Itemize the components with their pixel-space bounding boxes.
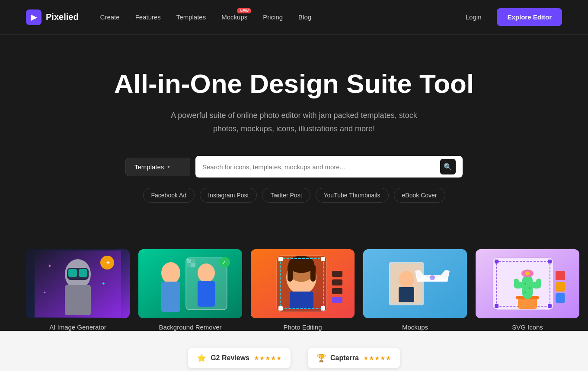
svg-rect-30 <box>290 292 313 309</box>
tag-ebook-cover[interactable]: eBook Cover <box>394 188 445 203</box>
card-svg-icons[interactable]: SVG Icons <box>476 249 579 331</box>
svg-rect-36 <box>332 271 342 277</box>
svg-rect-49 <box>495 260 499 263</box>
svg-rect-51 <box>495 304 499 308</box>
svg-rect-5 <box>79 269 87 277</box>
svg-text:✦: ✦ <box>43 291 46 295</box>
svg-rect-4 <box>68 269 77 277</box>
svg-text:✦: ✦ <box>102 281 105 286</box>
nav-item-templates[interactable]: Templates <box>176 13 206 21</box>
card-ai-image-generator[interactable]: ✦ ✦ ✦ ✦ AI Image Generator <box>26 249 130 331</box>
nav-links: Create Features Templates Mockups NEW Pr… <box>100 13 459 21</box>
svg-rect-65 <box>556 271 565 280</box>
svg-rect-59 <box>536 279 541 284</box>
card-svg-label: SVG Icons <box>476 323 579 331</box>
tag-youtube-thumbnails[interactable]: YouTube Thumbnails <box>316 188 389 203</box>
brand-logo[interactable]: ▶ Pixelied <box>26 10 79 25</box>
nav-item-mockups[interactable]: Mockups NEW <box>221 13 247 21</box>
hero-section: All-in-One Design Suite Tool A powerful … <box>0 35 588 249</box>
svg-rect-39 <box>332 297 342 303</box>
brand-icon: ▶ <box>26 10 42 25</box>
brand-name: Pixelied <box>46 12 79 22</box>
nav-item-create[interactable]: Create <box>100 13 120 21</box>
svg-rect-32 <box>278 257 283 261</box>
svg-rect-19 <box>187 263 191 267</box>
quick-tags: Facebook Ad Instagram Post Twitter Post … <box>143 188 445 203</box>
tag-twitter-post[interactable]: Twitter Post <box>262 188 310 203</box>
review-badge-capterra: 🏆 Capterra ★★★★★ <box>308 348 400 368</box>
search-button[interactable]: 🔍 <box>440 159 456 174</box>
search-icon: 🔍 <box>444 163 452 171</box>
search-box: 🔍 <box>195 156 463 178</box>
card-mockup-image <box>363 249 467 318</box>
svg-text:✦: ✦ <box>48 263 52 269</box>
card-photo-label: Photo Editing <box>251 323 355 331</box>
svg-point-64 <box>524 292 526 293</box>
card-mockups[interactable]: Mockups <box>363 249 467 331</box>
login-button[interactable]: Login <box>459 10 489 24</box>
nav-right: Login Explore Editor <box>459 8 562 26</box>
svg-text:✓: ✓ <box>222 259 227 266</box>
nav-item-blog[interactable]: Blog <box>298 13 311 21</box>
card-ai-image: ✦ ✦ ✦ ✦ <box>26 249 130 318</box>
bottom-section: ⭐ G2 Reviews ★★★★★ 🏆 Capterra ★★★★★ <box>0 331 588 371</box>
nav-item-features[interactable]: Features <box>135 13 161 21</box>
svg-point-61 <box>525 271 530 276</box>
svg-point-63 <box>529 287 530 289</box>
explore-editor-button[interactable]: Explore Editor <box>497 8 562 26</box>
svg-rect-67 <box>556 293 565 303</box>
tag-instagram-post[interactable]: Instagram Post <box>200 188 257 203</box>
svg-rect-20 <box>191 263 195 267</box>
capterra-label: Capterra <box>330 354 359 362</box>
ai-illustration: ✦ ✦ ✦ ✦ <box>26 249 130 318</box>
card-bg-label: Background Remover <box>138 323 242 331</box>
capterra-stars: ★★★★★ <box>363 355 391 361</box>
svg-rect-52 <box>548 304 552 308</box>
card-photo-image <box>251 249 355 318</box>
card-background-remover[interactable]: ✓ Background Remover <box>138 249 242 331</box>
cards-row: ✦ ✦ ✦ ✦ AI Image Generator <box>0 249 588 331</box>
search-dropdown-button[interactable]: Templates ▾ <box>125 158 190 176</box>
svg-rect-34 <box>278 306 283 311</box>
card-bg-image: ✓ <box>138 249 242 318</box>
svg-point-43 <box>430 275 435 280</box>
search-row: Templates ▾ 🔍 <box>125 156 463 178</box>
svg-point-15 <box>198 263 215 282</box>
svg-point-44 <box>399 271 414 288</box>
review-badge-g2: ⭐ G2 Reviews ★★★★★ <box>188 348 291 368</box>
svg-rect-33 <box>321 257 325 261</box>
svg-rect-17 <box>187 259 191 263</box>
capterra-logo: 🏆 <box>316 353 326 363</box>
svg-rect-16 <box>198 281 215 307</box>
svg-rect-55 <box>522 275 533 299</box>
card-svg-image <box>476 249 579 318</box>
svg-rect-29 <box>310 264 316 282</box>
nav-item-pricing[interactable]: Pricing <box>263 13 283 21</box>
svg-rect-66 <box>556 282 565 292</box>
hero-subtitle: A powerful suite of online photo editor … <box>160 109 428 135</box>
svg-rect-37 <box>332 279 342 285</box>
svg-text:✦: ✦ <box>105 259 111 266</box>
svg-point-62 <box>524 283 526 285</box>
navbar: ▶ Pixelied Create Features Templates Moc… <box>0 0 588 35</box>
search-input[interactable] <box>202 163 440 171</box>
hero-title: All-in-One Design Suite Tool <box>114 69 474 98</box>
svg-rect-45 <box>399 287 414 302</box>
card-ai-label: AI Image Generator <box>26 323 130 331</box>
svg-rect-2 <box>65 285 91 315</box>
g2-label: G2 Reviews <box>211 354 249 362</box>
tag-facebook-ad[interactable]: Facebook Ad <box>143 188 195 203</box>
svg-rect-35 <box>321 306 325 311</box>
g2-logo: ⭐ <box>197 353 206 363</box>
svg-rect-50 <box>548 260 552 263</box>
card-photo-editing[interactable]: Photo Editing <box>251 249 355 331</box>
svg-rect-38 <box>332 288 342 294</box>
search-dropdown-label: Templates <box>134 163 164 171</box>
svg-rect-13 <box>161 282 180 312</box>
svg-rect-18 <box>191 259 195 263</box>
card-mockup-label: Mockups <box>363 323 467 331</box>
svg-rect-57 <box>514 279 519 284</box>
svg-rect-28 <box>288 264 293 282</box>
chevron-down-icon: ▾ <box>167 164 170 170</box>
svg-point-12 <box>161 262 180 284</box>
